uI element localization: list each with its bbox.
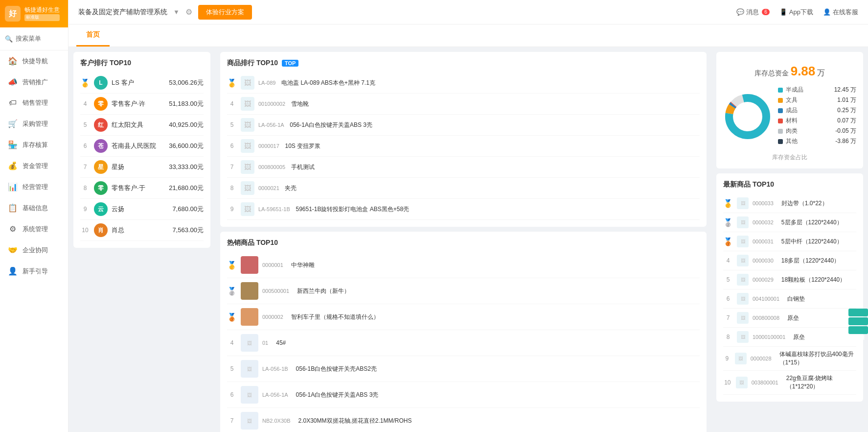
customer-avatar: 红 bbox=[94, 118, 108, 132]
hot-product-code: LA-056-1B bbox=[262, 366, 288, 372]
hot-product-img bbox=[241, 256, 258, 274]
sidebar-item-sales[interactable]: 🏷 销售管理 bbox=[0, 93, 68, 113]
sidebar-item-purchase[interactable]: 🛒 采购管理 bbox=[0, 113, 68, 134]
hot-product-img bbox=[241, 308, 258, 326]
sidebar-item-guide[interactable]: 👤 新手引导 bbox=[0, 261, 68, 282]
product-thumb: 🖼 bbox=[241, 76, 254, 90]
new-product-name: 22g鱼豆腐·烧烤味（1*12*20） bbox=[786, 374, 856, 391]
dropdown-arrow-icon[interactable]: ▼ bbox=[173, 8, 180, 16]
new-product-code: 0000030 bbox=[753, 258, 774, 264]
product-name: 夹壳 bbox=[285, 185, 297, 192]
new-product-code: 0000031 bbox=[753, 239, 774, 244]
legend-item: 文具 1.01 万 bbox=[778, 96, 856, 104]
app-download-btn[interactable]: 📱 App下载 bbox=[779, 8, 813, 17]
product-info: 0000021 夹壳 bbox=[258, 184, 700, 192]
product-code: LA-59651-1B bbox=[258, 206, 290, 212]
rank-num: 7 bbox=[227, 417, 237, 424]
product-thumb: 🖼 bbox=[241, 118, 254, 132]
rank-num: 9 bbox=[723, 355, 731, 362]
new-product-name: 白钢垫 bbox=[787, 295, 805, 303]
customer-avatar: L bbox=[94, 76, 108, 90]
product-thumb: 🖼 bbox=[241, 160, 254, 174]
product-qty-row: 6 🖼 0000017 10S 变扭罗浆 bbox=[227, 136, 700, 157]
legend-value: -0.05 万 bbox=[835, 127, 856, 135]
sidebar-item-basic-info[interactable]: 📋 基础信息 bbox=[0, 197, 68, 218]
legend-name: 成品 bbox=[786, 106, 834, 115]
image-icon: 🖼 bbox=[244, 121, 251, 129]
rank-medal: 🥇 bbox=[227, 78, 237, 88]
customer-avatar: 零 bbox=[94, 181, 108, 195]
rank-num: 6 bbox=[80, 143, 90, 149]
image-icon: 🖼 bbox=[244, 184, 251, 192]
new-product-name: 原垒 bbox=[793, 333, 805, 341]
nav-icon-operations: 📊 bbox=[8, 182, 18, 192]
customer-amount: 53,006.26元 bbox=[169, 78, 204, 87]
donut-chart bbox=[723, 92, 772, 141]
message-btn[interactable]: 💬 消息 6 bbox=[736, 8, 770, 17]
customer-name: 云扬 bbox=[112, 205, 168, 214]
message-count-badge: 6 bbox=[762, 9, 770, 15]
nav-label-operations: 经营管理 bbox=[23, 183, 48, 192]
top-products-qty-title: 商品排行 TOP10 TOP bbox=[227, 59, 700, 68]
new-product-row: 6 🖼 004100001 白钢垫 bbox=[723, 289, 856, 309]
rank-medal: 🥇 bbox=[723, 199, 733, 208]
float-btn-客服热线[interactable]: 客服热线 bbox=[848, 309, 868, 316]
hot-product-name: 2.0X30MM双搓花轴,搓花直径2.1MM/ROHS bbox=[298, 417, 411, 425]
rank-medal: 🥇 bbox=[80, 78, 90, 88]
hot-product-img: 🖼 bbox=[241, 412, 258, 430]
online-service-btn[interactable]: 👤 在线客服 bbox=[823, 8, 858, 17]
image-icon: 🖼 bbox=[244, 100, 251, 108]
new-product-row: 9 🖼 0000028 体碱嘉枝味苏打饮品400毫升（1*15） bbox=[723, 347, 856, 371]
product-code: LA-056-1A bbox=[258, 122, 284, 128]
hot-product-code: 0000002 bbox=[262, 314, 283, 320]
experience-btn[interactable]: 体验行业方案 bbox=[198, 5, 252, 20]
rank-medal: 🥈 bbox=[227, 287, 237, 296]
rank-num: 10 bbox=[723, 379, 732, 386]
sidebar-item-operations[interactable]: 📊 经营管理 bbox=[0, 176, 68, 197]
sidebar-item-inventory[interactable]: 🏪 库存核算 bbox=[0, 134, 68, 155]
legend-value: -3.86 万 bbox=[835, 137, 856, 145]
inventory-unit: 万 bbox=[817, 69, 825, 77]
sidebar-search[interactable]: 🔍 搜索菜单 bbox=[0, 27, 68, 50]
sidebar-item-marketing[interactable]: 📣 营销推广 bbox=[0, 72, 68, 93]
product-name: 电池盖 LA-089 ABS本色+黑种 7.1克 bbox=[281, 79, 375, 86]
image-icon: 🖼 bbox=[244, 205, 251, 213]
message-label: 消息 bbox=[746, 8, 759, 17]
sidebar-item-quick-nav[interactable]: 🏠 快捷导航 bbox=[0, 50, 68, 72]
image-icon: 🖼 bbox=[244, 142, 251, 150]
sidebar-item-system[interactable]: ⚙ 系统管理 bbox=[0, 218, 68, 240]
hot-product-row: 6 🖼 LA-056-1A 056-1A白色按键开关盖ABS 3壳 bbox=[227, 382, 700, 408]
legend-item: 成品 0.25 万 bbox=[778, 106, 856, 115]
new-products-card: 最新商品 TOP10 🥇 🖼 0000033 封边带（1.0*22）🥈 🖼 00… bbox=[716, 173, 863, 402]
sidebar-item-finance[interactable]: 💰 资金管理 bbox=[0, 155, 68, 176]
new-product-thumb: 🖼 bbox=[737, 197, 749, 209]
tab-home[interactable]: 首页 bbox=[76, 24, 110, 47]
legend-list: 半成品 12.45 万 文具 1.01 万 成品 0.25 万 材料 0.07 … bbox=[778, 86, 856, 147]
hot-product-img: 🖼 bbox=[241, 360, 258, 378]
nav-label-quick-nav: 快捷导航 bbox=[23, 57, 48, 66]
online-service-label: 在线客服 bbox=[833, 8, 858, 17]
customer-row: 7 星 星扬 33,333.00元 bbox=[80, 157, 204, 178]
product-code: 0000017 bbox=[258, 143, 279, 149]
settings-icon[interactable]: ⚙ bbox=[185, 7, 192, 17]
product-info: LA-59651-1B 59651-1B旋转投影灯电池盒 ABS黑色+58壳 bbox=[258, 205, 700, 214]
sidebar-item-cooperation[interactable]: 🤝 企业协同 bbox=[0, 240, 68, 261]
product-name: 056-1A白色按键开关盖ABS 3壳 bbox=[290, 121, 372, 128]
legend-name: 文具 bbox=[786, 96, 834, 104]
search-menu-button[interactable]: 🔍 搜索菜单 bbox=[5, 32, 63, 45]
new-product-thumb: 🖼 bbox=[737, 274, 749, 286]
rank-num: 4 bbox=[227, 100, 237, 107]
rank-num: 4 bbox=[227, 339, 237, 346]
legend-value: 0.25 万 bbox=[837, 106, 856, 115]
new-product-thumb: 🖼 bbox=[736, 377, 748, 388]
product-qty-row: 4 🖼 001000002 雪地靴 bbox=[227, 94, 700, 115]
float-btn-服务社区[interactable]: 服务社区 bbox=[848, 317, 868, 325]
logo-text: 畅捷通好生意 标准版 bbox=[24, 6, 60, 21]
customer-row: 4 零 零售客户·许 51,183.00元 bbox=[80, 94, 204, 115]
hot-products-title-text: 热销商品 TOP10 bbox=[227, 239, 278, 247]
donut-chart-container: 半成品 12.45 万 文具 1.01 万 成品 0.25 万 材料 0.07 … bbox=[723, 82, 856, 151]
product-code: 001000002 bbox=[258, 101, 285, 107]
float-btn-直播[interactable]: 直播 bbox=[848, 326, 868, 334]
image-icon: 🖼 bbox=[244, 79, 251, 87]
legend-item: 材料 0.07 万 bbox=[778, 117, 856, 125]
